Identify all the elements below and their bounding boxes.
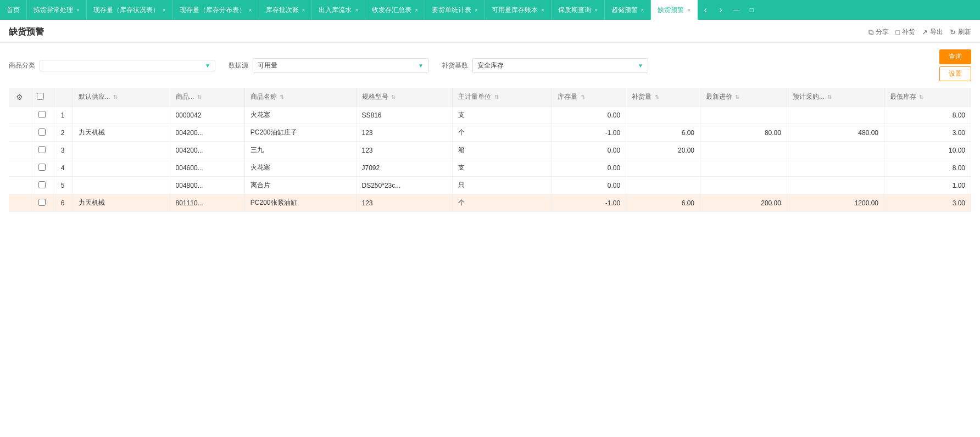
tab-shortage[interactable]: 缺货预警 ×: [651, 0, 698, 20]
row-min-stock-3: 8.00: [884, 159, 971, 177]
window-maximize-btn[interactable]: □: [744, 0, 759, 20]
row-unit-5: 个: [453, 194, 552, 212]
row-checkbox-0[interactable]: [38, 111, 46, 118]
col-unit[interactable]: 主计量单位 ⇅: [453, 88, 552, 107]
close-batch-account-tab[interactable]: ×: [302, 7, 305, 13]
settings-button[interactable]: 设置: [939, 66, 971, 81]
tab-inventory-dist[interactable]: 现存量（库存分布表） ×: [173, 0, 259, 20]
tab-inout-flow[interactable]: 出入库流水 ×: [312, 0, 365, 20]
tab-inventory-status[interactable]: 现存量（库存状况表） ×: [87, 0, 173, 20]
tab-batch-account[interactable]: 库存批次账 ×: [259, 0, 313, 20]
table-row: 1 0000042 火花塞 SS816 支 0.00 8.00: [9, 107, 971, 124]
window-minimize-btn[interactable]: —: [728, 0, 744, 20]
stock-sort-icon: ⇅: [581, 94, 585, 100]
row-est-purchase-2: [787, 142, 884, 159]
row-checkbox-2[interactable]: [38, 146, 46, 153]
col-settings[interactable]: ⚙: [9, 88, 31, 107]
right-btns: 查询 设置: [939, 49, 971, 81]
row-code-3: 004600...: [170, 159, 244, 177]
close-inout-flow-tab[interactable]: ×: [355, 7, 358, 13]
datasource-select[interactable]: 可用量 ▼: [253, 58, 428, 73]
row-min-stock-2: 10.00: [884, 142, 971, 159]
row-stock-1: -1.00: [552, 124, 626, 142]
col-check[interactable]: [31, 88, 53, 107]
tab-overstock[interactable]: 超储预警 ×: [605, 0, 652, 20]
replenish-base-select[interactable]: 安全库存 ▼: [472, 58, 648, 73]
col-replenish[interactable]: 补货量 ⇅: [626, 88, 700, 107]
close-inventory-dist-tab[interactable]: ×: [249, 7, 252, 13]
row-stock-3: 0.00: [552, 159, 626, 177]
select-all-checkbox[interactable]: [37, 93, 44, 100]
datasource-label: 数据源: [229, 61, 248, 70]
row-checkbox-4[interactable]: [38, 181, 46, 188]
tab-expiry-query[interactable]: 保质期查询 ×: [552, 0, 605, 20]
row-unit-0: 支: [453, 107, 552, 124]
close-receive-summary-tab[interactable]: ×: [415, 7, 418, 13]
data-table: ⚙ 默认供应... ⇅ 商品... ⇅ 商品名称: [9, 88, 971, 212]
table-header-row: ⚙ 默认供应... ⇅ 商品... ⇅ 商品名称: [9, 88, 971, 107]
col-spec[interactable]: 规格型号 ⇅: [356, 88, 453, 107]
table-row: 6 力天机械 801110... PC200张紧油缸 123 个 -1.00 6…: [9, 194, 971, 212]
row-settings-4: [9, 177, 31, 194]
export-btn[interactable]: ↗ 导出: [922, 27, 943, 37]
col-latest-price[interactable]: 最新进价 ⇅: [700, 88, 787, 107]
close-exception-tab[interactable]: ×: [76, 7, 80, 13]
row-num-0: 1: [53, 107, 73, 124]
tab-requisition-stats[interactable]: 要货单统计表 ×: [425, 0, 485, 20]
tab-exception[interactable]: 拣货异常处理 ×: [27, 0, 87, 20]
query-button[interactable]: 查询: [939, 49, 971, 64]
replenish-base-value: 安全库存: [477, 61, 504, 70]
row-num-1: 2: [53, 124, 73, 142]
col-name[interactable]: 商品名称 ⇅: [244, 88, 356, 107]
row-checkbox-5[interactable]: [38, 199, 46, 206]
tab-next-btn[interactable]: ›: [713, 0, 728, 20]
header-actions: ⧉ 分享 □ 补货 ↗ 导出 ↻ 刷新: [868, 27, 971, 37]
row-check-0[interactable]: [31, 107, 53, 124]
row-replenish-1: 6.00: [626, 124, 700, 142]
col-supplier[interactable]: 默认供应... ⇅: [73, 88, 170, 107]
tab-prev-btn[interactable]: ‹: [698, 0, 713, 20]
tab-receive-summary[interactable]: 收发存汇总表 ×: [365, 0, 425, 20]
row-check-3[interactable]: [31, 159, 53, 177]
row-check-2[interactable]: [31, 142, 53, 159]
row-replenish-2: 20.00: [626, 142, 700, 159]
close-available-ledger-tab[interactable]: ×: [541, 7, 544, 13]
tab-home[interactable]: 首页: [0, 0, 27, 20]
row-unit-3: 支: [453, 159, 552, 177]
row-settings-5: [9, 194, 31, 212]
est-purchase-sort-icon: ⇅: [827, 94, 832, 100]
col-est-purchase[interactable]: 预计采购... ⇅: [787, 88, 884, 107]
row-settings-0: [9, 107, 31, 124]
row-unit-1: 个: [453, 124, 552, 142]
category-select[interactable]: ▼: [40, 60, 215, 71]
share-btn[interactable]: ⧉ 分享: [868, 27, 889, 37]
row-supplier-2: [73, 142, 170, 159]
col-stock[interactable]: 库存量 ⇅: [552, 88, 626, 107]
table-row: 3 004200... 三九 123 箱 0.00 20.00 10.00: [9, 142, 971, 159]
tab-available-ledger[interactable]: 可用量库存账本 ×: [485, 0, 552, 20]
replenish-btn[interactable]: □ 补货: [895, 27, 915, 37]
close-inventory-status-tab[interactable]: ×: [163, 7, 166, 13]
close-overstock-tab[interactable]: ×: [641, 7, 644, 13]
col-code[interactable]: 商品... ⇅: [170, 88, 244, 107]
row-check-5[interactable]: [31, 194, 53, 212]
row-supplier-5: 力天机械: [73, 194, 170, 212]
close-shortage-tab[interactable]: ×: [687, 7, 691, 13]
close-expiry-query-tab[interactable]: ×: [594, 7, 598, 13]
row-check-4[interactable]: [31, 177, 53, 194]
gear-icon[interactable]: ⚙: [16, 93, 23, 102]
close-requisition-stats-tab[interactable]: ×: [475, 7, 478, 13]
row-checkbox-1[interactable]: [38, 128, 46, 136]
row-supplier-0: [73, 107, 170, 124]
export-icon: ↗: [922, 28, 928, 36]
row-latest-price-1: 80.00: [700, 124, 787, 142]
row-stock-4: 0.00: [552, 177, 626, 194]
row-check-1[interactable]: [31, 124, 53, 142]
col-min-stock[interactable]: 最低库存 ⇅: [884, 88, 971, 107]
table-row: 5 004800... 离合片 DS250*23c... 只 0.00 1.00: [9, 177, 971, 194]
row-checkbox-3[interactable]: [38, 164, 46, 171]
min-stock-sort-icon: ⇅: [919, 94, 923, 100]
refresh-btn[interactable]: ↻ 刷新: [950, 27, 971, 37]
row-est-purchase-1: 480.00: [787, 124, 884, 142]
row-name-0: 火花塞: [244, 107, 356, 124]
